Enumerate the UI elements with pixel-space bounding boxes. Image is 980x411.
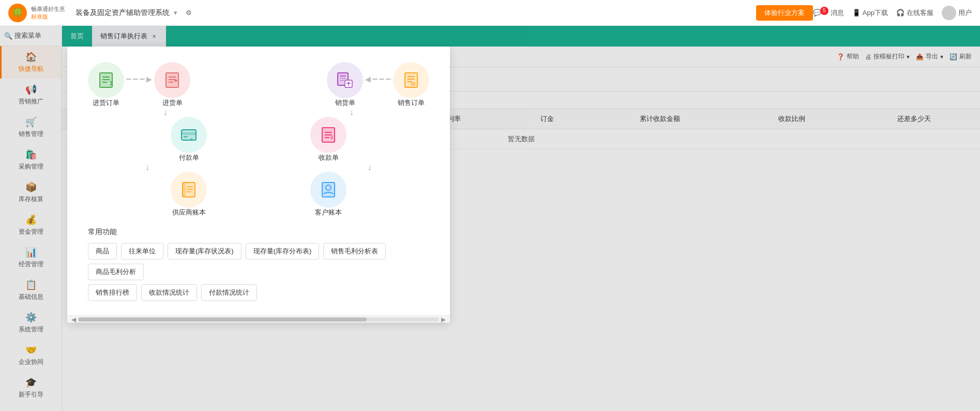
function-buttons-row-2: 销售排行榜 收款情况统计 付款情况统计 [88, 284, 429, 301]
common-functions: 常用功能 商品 往来单位 现存量(库存状况表) 现存量(库存分布表) 销售毛利分… [88, 227, 429, 301]
flow-node-sales-receipt[interactable]: 销货单 [327, 62, 363, 108]
message-badge: 5 [820, 7, 828, 15]
purchase-receipt-circle [154, 62, 190, 98]
flow-node-customer-ledger[interactable]: 客户账本 [310, 172, 346, 217]
function-buttons-row-1: 商品 往来单位 现存量(库存状况表) 现存量(库存分布表) 销售毛利分析表 商品… [88, 243, 429, 280]
logo-text: 畅康通好生意 标准版 [31, 5, 65, 20]
download-icon: 📱 [852, 9, 861, 17]
flow-node-purchase-receipt[interactable]: 进货单 [154, 62, 190, 108]
flow-row-2: ¥ 付款单 ¥ 收款单 [88, 117, 429, 162]
common-functions-title: 常用功能 [88, 227, 429, 237]
svg-rect-12 [340, 75, 346, 77]
purchase-order-circle [88, 62, 124, 98]
flow-node-supplier-ledger[interactable]: 供应商账本 [171, 172, 207, 217]
supplier-ledger-circle [171, 172, 207, 208]
svg-text:¥: ¥ [330, 135, 334, 140]
svg-text:¥: ¥ [190, 137, 193, 142]
func-btn-purchase-stats[interactable]: 付款情况统计 [201, 284, 257, 301]
func-btn-partner[interactable]: 往来单位 [121, 243, 163, 260]
flow-node-sales-order[interactable]: 销售订单 [393, 62, 429, 108]
user-area[interactable]: 用户 [942, 6, 972, 20]
dropdown-icon[interactable]: ▾ [174, 9, 177, 17]
flow-node-receipt[interactable]: ¥ 收款单 [310, 117, 346, 162]
down-arrows-row: ↓ ↓ [88, 108, 429, 117]
svg-rect-13 [340, 78, 346, 79]
sales-receipt-circle [327, 62, 363, 98]
logo-area: 🍀 畅康通好生意 标准版 [8, 4, 70, 22]
func-btn-sales-rank[interactable]: 销售排行榜 [88, 284, 137, 301]
flow-node-purchase-order[interactable]: 进货订单 [88, 62, 124, 108]
svg-rect-27 [184, 136, 188, 138]
func-btn-product-gross[interactable]: 商品毛利分析 [88, 264, 144, 280]
payment-circle: ¥ [171, 117, 207, 153]
flow-row-3: 供应商账本 客户账本 [88, 172, 429, 217]
settings-icon[interactable]: ⚙ [182, 6, 196, 20]
scroll-left-btn[interactable]: ◀ [69, 316, 78, 323]
purchase-receipt-label: 进货单 [162, 98, 183, 108]
sales-order-label: 销售订单 [398, 98, 425, 108]
supplier-ledger-label: 供应商账本 [172, 208, 206, 217]
down-arrow-2: ↓ [310, 108, 393, 117]
sales-order-circle [393, 62, 429, 98]
app-download-btn[interactable]: 📱 App下载 [852, 8, 888, 18]
svg-rect-26 [182, 132, 196, 135]
func-btn-payment-stats[interactable]: 收款情况统计 [141, 284, 197, 301]
svg-rect-37 [183, 182, 186, 197]
payment-label: 付款单 [179, 153, 199, 162]
down-arrows-row-2: ↓ ↓ [88, 162, 429, 172]
quick-nav-popup: 进货订单 ▶ 进货单 [67, 47, 450, 323]
func-btn-product[interactable]: 商品 [88, 243, 117, 260]
down-arrow-4: ↓ [310, 162, 429, 172]
flow-node-payment[interactable]: ¥ 付款单 [171, 117, 207, 162]
customer-ledger-label: 客户账本 [315, 208, 342, 217]
popup-content: 进货订单 ▶ 进货单 [67, 47, 450, 315]
app-title-text: 装备及固定资产辅助管理系统 [76, 8, 170, 18]
receipt-circle: ¥ [310, 117, 346, 153]
message-btn[interactable]: 💬 5 消息 [813, 8, 844, 18]
purchase-order-label: 进货订单 [93, 98, 119, 108]
flow-row-1: 进货订单 ▶ 进货单 [88, 62, 429, 108]
func-btn-inventory-status[interactable]: 现存量(库存状况表) [168, 243, 242, 260]
app-title: 装备及固定资产辅助管理系统 ▾ ⚙ [76, 6, 756, 20]
top-header: 🍀 畅康通好生意 标准版 装备及固定资产辅助管理系统 ▾ ⚙ 体验行业方案 💬 … [0, 0, 980, 26]
header-right: 💬 5 消息 📱 App下载 🎧 在线客服 用户 [813, 6, 972, 20]
popup-scrollbar: ◀ ▶ [67, 315, 450, 323]
headset-icon: 🎧 [896, 9, 904, 17]
logo-icon: 🍀 [8, 4, 27, 22]
func-btn-inventory-dist[interactable]: 现存量(库存分布表) [246, 243, 320, 260]
sales-receipt-label: 销货单 [335, 98, 355, 108]
experience-btn[interactable]: 体验行业方案 [756, 5, 813, 21]
spacer1 [88, 108, 124, 117]
avatar [942, 6, 956, 20]
spacer3 [393, 108, 429, 117]
online-service-btn[interactable]: 🎧 在线客服 [896, 8, 933, 18]
down-arrow-3: ↓ [88, 162, 207, 172]
scrollbar-track[interactable] [78, 317, 439, 322]
svg-rect-14 [340, 80, 344, 81]
arrow-2: ◀ [365, 75, 391, 95]
scrollbar-thumb [78, 317, 367, 322]
scroll-right-btn[interactable]: ▶ [439, 316, 448, 323]
spacer2 [207, 108, 310, 117]
receipt-label: 收款单 [319, 153, 339, 162]
arrow-1: ▶ [126, 75, 152, 95]
down-arrow-1: ↓ [124, 108, 207, 117]
func-btn-sales-gross[interactable]: 销售毛利分析表 [323, 243, 386, 260]
svg-rect-23 [411, 82, 415, 86]
customer-ledger-circle [310, 172, 346, 208]
